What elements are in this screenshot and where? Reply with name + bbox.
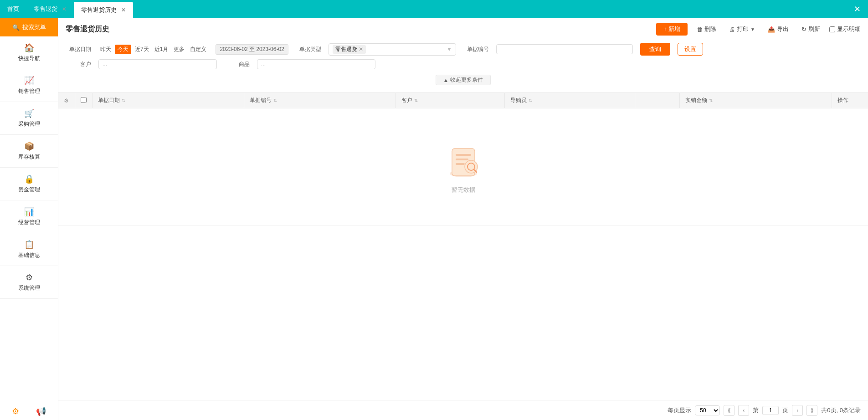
date-opt-1month[interactable]: 近1月: [153, 45, 170, 54]
delete-button[interactable]: 🗑 删除: [693, 23, 720, 35]
tab-home-label: 首页: [7, 5, 19, 13]
show-detail-checkbox[interactable]: [829, 26, 835, 32]
tab-retail-return-history[interactable]: 零售退货历史 ✕: [74, 2, 133, 18]
purchase-icon: 🛒: [24, 108, 34, 118]
type-tag-value: 零售退货: [335, 46, 357, 53]
customer-sort-icon: ⇅: [414, 98, 418, 103]
sidebar-item-finance[interactable]: 🔒 资金管理: [0, 168, 58, 200]
th-doc-no[interactable]: 单据编号 ⇅: [244, 93, 395, 108]
sales-icon: 📈: [24, 76, 34, 86]
th-actual-amount[interactable]: 实销金额 ⇅: [680, 93, 832, 108]
sidebar-item-sales-mgmt[interactable]: 📈 销售管理: [0, 69, 58, 102]
sidebar-item-sales-mgmt-label: 销售管理: [18, 87, 40, 95]
th-spacer: [635, 93, 680, 108]
goods-filter-input[interactable]: ...: [257, 59, 375, 69]
type-filter-select[interactable]: 零售退货 ✕ ▼: [329, 43, 456, 56]
th-checkbox: [75, 93, 92, 108]
refresh-label: 刷新: [808, 25, 820, 33]
date-opt-today[interactable]: 今天: [115, 45, 131, 54]
setting-button[interactable]: 设置: [678, 43, 703, 56]
customer-filter-input[interactable]: ...: [98, 59, 217, 69]
sidebar-item-quick-nav-label: 快捷导航: [18, 55, 40, 62]
sidebar-item-basic-info[interactable]: 📋 基础信息: [0, 233, 58, 266]
empty-icon: [443, 139, 484, 180]
type-select-dropdown-icon: ▼: [447, 46, 452, 52]
sidebar-item-quick-nav[interactable]: 🏠 快捷导航: [0, 36, 58, 69]
print-button[interactable]: 🖨 打印 ▼: [725, 23, 759, 35]
sidebar-item-purchase-mgmt[interactable]: 🛒 采购管理: [0, 102, 58, 135]
select-all-checkbox[interactable]: [81, 97, 87, 103]
date-options: 昨天 今天 近7天 近1月 更多 自定义: [98, 45, 208, 54]
th-guide[interactable]: 导购员 ⇅: [505, 93, 635, 108]
page-number-input[interactable]: 1: [762, 406, 779, 415]
th-customer[interactable]: 客户 ⇅: [395, 93, 504, 108]
th-guide-label: 导购员: [510, 97, 527, 104]
delete-icon: 🗑: [697, 26, 703, 33]
settings-gear-icon[interactable]: ⚙: [12, 406, 19, 416]
date-opt-more[interactable]: 更多: [172, 45, 186, 54]
sidebar-item-basic-info-label: 基础信息: [18, 251, 40, 259]
empty-state: 暂无数据: [64, 112, 863, 221]
collapse-filter-button[interactable]: ▲ 收起更多条件: [436, 75, 491, 85]
svg-rect-4: [456, 163, 465, 165]
sidebar-item-purchase-mgmt-label: 采购管理: [18, 120, 40, 128]
actual-amount-sort-icon: ⇅: [709, 98, 713, 103]
goods-filter-label: 商品: [224, 61, 250, 68]
query-button[interactable]: 查询: [640, 43, 670, 56]
type-tag-close[interactable]: ✕: [359, 46, 363, 52]
page-title: 零售退货历史: [66, 25, 109, 34]
new-button[interactable]: + 新增: [656, 23, 688, 36]
last-page-button[interactable]: ⟫: [806, 405, 817, 416]
show-detail-toggle[interactable]: 显示明细: [829, 25, 861, 33]
date-opt-7days[interactable]: 近7天: [133, 45, 151, 54]
th-customer-label: 客户: [401, 97, 412, 104]
tab-home[interactable]: 首页: [0, 0, 26, 18]
empty-state-cell: 暂无数据: [58, 108, 868, 225]
empty-text: 暂无数据: [452, 186, 475, 194]
sidebar-search-button[interactable]: 🔍 搜索菜单: [0, 18, 58, 36]
export-label: 导出: [777, 25, 789, 33]
page-size-select[interactable]: 10 20 50 100: [695, 405, 720, 415]
next-page-button[interactable]: ›: [792, 405, 803, 416]
column-settings-icon[interactable]: ⚙: [64, 97, 69, 104]
main-layout: 🔍 搜索菜单 🏠 快捷导航 📈 销售管理 🛒 采购管理 📦 库存核算 🔒: [0, 18, 868, 420]
sidebar-item-operations[interactable]: 📊 经营管理: [0, 200, 58, 233]
page-header: 零售退货历史 + 新增 🗑 删除 🖨 打印 ▼ 📤 导出: [58, 18, 868, 93]
th-doc-date-label: 单据日期: [98, 97, 120, 104]
sidebar-item-system-mgmt[interactable]: ⚙ 系统管理: [0, 266, 58, 299]
date-opt-custom[interactable]: 自定义: [188, 45, 208, 54]
refresh-button[interactable]: ↻ 刷新: [798, 23, 824, 35]
page-suffix: 页: [782, 406, 788, 415]
sidebar-item-operations-label: 经营管理: [18, 219, 40, 226]
sidebar-item-inventory[interactable]: 📦 库存核算: [0, 135, 58, 168]
sidebar-search-label: 搜索菜单: [22, 23, 46, 31]
refresh-icon: ↻: [801, 26, 806, 33]
total-info: 共0页, 0条记录: [821, 406, 861, 415]
type-filter-label: 单据类型: [296, 46, 321, 53]
export-button[interactable]: 📤 导出: [764, 23, 792, 35]
doc-date-sort-icon: ⇅: [122, 98, 125, 103]
svg-rect-2: [456, 154, 471, 156]
system-icon: ⚙: [24, 272, 34, 282]
delete-label: 删除: [704, 25, 716, 33]
customer-filter-label: 客户: [66, 61, 91, 68]
sidebar-bottom: ⚙ 📢: [0, 402, 58, 420]
page-size-label: 每页显示: [668, 406, 691, 415]
tab-retail-return-close[interactable]: ✕: [62, 6, 67, 12]
docno-filter-input[interactable]: [496, 44, 633, 54]
tab-retail-return[interactable]: 零售退货 ✕: [26, 0, 74, 18]
first-page-button[interactable]: ⟪: [724, 405, 734, 416]
tab-retail-return-history-close[interactable]: ✕: [121, 7, 126, 13]
sidebar-item-inventory-label: 库存核算: [18, 153, 40, 161]
svg-rect-3: [456, 159, 468, 160]
date-range-value[interactable]: 2023-06-02 至 2023-06-02: [216, 44, 288, 55]
volume-icon[interactable]: 📢: [36, 406, 46, 416]
th-doc-date[interactable]: 单据日期 ⇅: [92, 93, 244, 108]
close-all-tabs-button[interactable]: ✕: [854, 4, 861, 14]
print-label: 打印: [737, 25, 749, 33]
date-opt-yesterday[interactable]: 昨天: [98, 45, 113, 54]
inventory-icon: 📦: [24, 141, 34, 151]
date-filter-label: 单据日期: [66, 46, 91, 53]
prev-page-button[interactable]: ‹: [738, 405, 749, 416]
collapse-icon: ▲: [443, 77, 449, 83]
